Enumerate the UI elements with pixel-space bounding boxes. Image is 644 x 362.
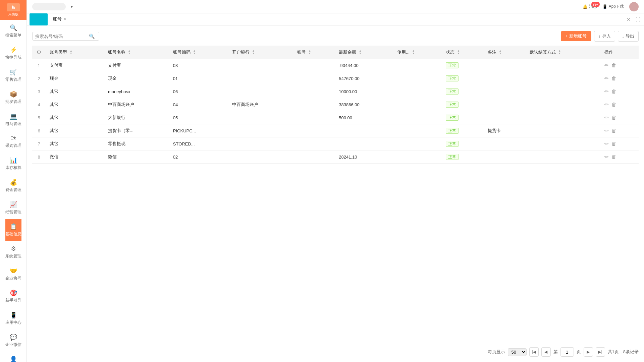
row-balance: 547670.00	[335, 72, 393, 85]
sidebar-item-finance[interactable]: 💰资金管理	[5, 175, 21, 197]
col-account[interactable]: 账号 ▲▼	[293, 46, 335, 59]
delete-icon[interactable]: 🗑	[611, 154, 616, 160]
row-remark	[484, 59, 526, 72]
tab-bar: 首页 账号 × ✕ ⛶	[27, 13, 644, 25]
row-name: moneybosx	[104, 85, 169, 98]
next-page-button[interactable]: ▶	[584, 347, 593, 357]
edit-icon[interactable]: ✏	[604, 115, 609, 121]
row-code: 05	[169, 111, 228, 124]
import-button[interactable]: ↑ 导入	[594, 31, 615, 42]
row-type: 其它	[46, 111, 104, 124]
col-remark[interactable]: 备注 ▲▼	[484, 46, 526, 59]
per-page-select[interactable]: 50 20 100	[508, 348, 527, 356]
delete-icon[interactable]: 🗑	[611, 62, 616, 68]
sidebar-item-wholesale[interactable]: 📦批发管理	[5, 86, 21, 109]
col-name[interactable]: 账号名称 ▲▼	[104, 46, 169, 59]
messages-button[interactable]: 🔔 消息 99+	[583, 4, 597, 9]
row-name: 提货卡（零...	[104, 124, 169, 137]
sidebar-item-company[interactable]: 🤝企业协同	[5, 263, 21, 285]
sidebar-item-purchase[interactable]: 🛍采购管理	[5, 131, 21, 153]
delete-icon[interactable]: 🗑	[611, 128, 616, 134]
col-type[interactable]: 账号类型 ▲▼	[46, 46, 104, 59]
tab-close-icon[interactable]: ×	[64, 17, 66, 21]
user-avatar[interactable]	[629, 2, 639, 11]
app-download-button[interactable]: 📱 App下载	[602, 4, 624, 9]
sidebar-item-retail[interactable]: 🛒零售管理	[5, 64, 21, 86]
sidebar-item-inventory[interactable]: 📊库存核算	[5, 153, 21, 175]
page-input[interactable]	[560, 347, 574, 357]
sidebar-item-search[interactable]: 🔍搜索菜单	[5, 20, 21, 42]
row-code: STORED...	[169, 137, 228, 150]
delete-icon[interactable]: 🗑	[611, 75, 616, 81]
account-table-wrap: ⚙ 账号类型 ▲▼ 账号名称 ▲▼ 账号编码 ▲▼ 开户银行 ▲▼ 账号 ▲▼ …	[32, 46, 639, 343]
sidebar-item-shortcut[interactable]: ⚡快捷导航	[5, 42, 21, 64]
row-usage	[393, 98, 442, 111]
maximize-icon[interactable]: ⛶	[635, 16, 641, 23]
tab-account[interactable]: 账号 ×	[48, 13, 71, 25]
row-balance: 28241.10	[335, 150, 393, 164]
top-header: ▼ 🔔 消息 99+ 📱 App下载	[27, 0, 644, 13]
row-remark	[484, 85, 526, 98]
sidebar-item-bizwechat[interactable]: 💬企业微信	[5, 329, 21, 352]
col-usage[interactable]: 使用... ▲▼	[393, 46, 442, 59]
row-settlement	[526, 111, 600, 124]
row-type: 其它	[46, 124, 104, 137]
page-content: 🔍 + 新增账号 ↑ 导入 ↓ 导出 ⚙ 账号类型 ▲	[27, 25, 644, 362]
edit-icon[interactable]: ✏	[604, 88, 609, 95]
sidebar-item-member[interactable]: 👤畅会员	[5, 352, 21, 362]
row-status: 正常	[442, 59, 484, 72]
member-icon: 👤	[10, 356, 17, 362]
edit-icon[interactable]: ✏	[604, 62, 609, 68]
table-row: 4 其它 中百商场账户 04 中百商场账户 383866.00 正常 ✏ 🗑	[32, 98, 639, 111]
delete-icon[interactable]: 🗑	[611, 141, 616, 147]
row-settlement	[526, 59, 600, 72]
row-bank	[228, 85, 293, 98]
delete-icon[interactable]: 🗑	[611, 115, 616, 121]
edit-icon[interactable]: ✏	[604, 75, 609, 81]
row-account	[293, 59, 335, 72]
row-account	[293, 137, 335, 150]
status-badge: 正常	[446, 75, 459, 81]
sidebar-item-system[interactable]: ⚙系统管理	[5, 241, 21, 263]
edit-icon[interactable]: ✏	[604, 102, 609, 108]
edit-icon[interactable]: ✏	[604, 154, 609, 160]
bizwechat-icon: 💬	[10, 334, 17, 341]
edit-icon[interactable]: ✏	[604, 141, 609, 147]
export-button[interactable]: ↓ 导出	[618, 31, 639, 42]
col-code[interactable]: 账号编码 ▲▼	[169, 46, 228, 59]
header-search-input[interactable]	[32, 3, 66, 10]
delete-icon[interactable]: 🗑	[611, 102, 616, 108]
sidebar-item-basic[interactable]: 📋基础信息	[5, 219, 21, 241]
row-type: 现金	[46, 72, 104, 85]
add-account-button[interactable]: + 新增账号	[561, 31, 591, 41]
bell-icon: 🔔	[583, 4, 588, 9]
row-num: 3	[32, 85, 46, 98]
col-settings[interactable]: ⚙	[32, 46, 46, 59]
chevron-down-icon: ▼	[70, 4, 74, 9]
search-box: 🔍	[32, 32, 99, 41]
row-remark: 提货卡	[484, 124, 526, 137]
sidebar-item-ecommerce[interactable]: 💻电商管理	[5, 109, 21, 131]
search-input[interactable]	[35, 34, 89, 39]
sidebar-item-appcenter[interactable]: 📱应用中心	[5, 307, 21, 329]
prev-page-button[interactable]: ◀	[541, 347, 551, 357]
col-settlement[interactable]: 默认结算方式 ▲▼	[526, 46, 600, 59]
sidebar-label: 批发管理	[5, 99, 21, 105]
sidebar-item-newbie[interactable]: 🎯新手引导	[5, 285, 21, 307]
last-page-button[interactable]: ▶|	[596, 347, 605, 357]
tab-home[interactable]: 首页	[30, 13, 48, 25]
row-action: ✏ 🗑	[600, 72, 639, 85]
sidebar-item-operation[interactable]: 📈经营管理	[5, 197, 21, 219]
edit-icon[interactable]: ✏	[604, 128, 609, 134]
status-badge: 正常	[446, 154, 459, 160]
col-balance[interactable]: 最新余额 ▲▼	[335, 46, 393, 59]
search-icon[interactable]: 🔍	[89, 34, 95, 39]
first-page-button[interactable]: |◀	[529, 347, 539, 357]
row-status: 正常	[442, 98, 484, 111]
close-window-icon[interactable]: ✕	[625, 16, 632, 23]
header-left: ▼	[32, 3, 74, 10]
col-bank[interactable]: 开户银行 ▲▼	[228, 46, 293, 59]
header-dropdown[interactable]: ▼	[70, 4, 74, 9]
col-status[interactable]: 状态 ▲▼	[442, 46, 484, 59]
delete-icon[interactable]: 🗑	[611, 88, 616, 95]
